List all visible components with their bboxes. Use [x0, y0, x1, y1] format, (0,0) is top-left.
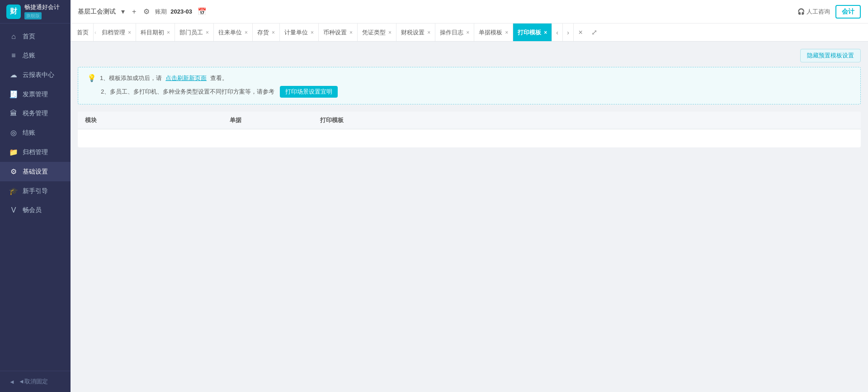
tab-archive[interactable]: 归档管理 × — [97, 24, 136, 42]
tab-currency[interactable]: 币种设置 × — [319, 24, 358, 42]
sidebar-item-label: 结账 — [23, 129, 35, 137]
tab-print-template-close[interactable]: × — [544, 30, 547, 35]
tax-icon: 🏛 — [9, 109, 18, 118]
period-label: 账期 — [155, 8, 167, 16]
tab-subject-init-close[interactable]: × — [167, 30, 170, 35]
tab-dept-staff-label: 部门员工 — [179, 28, 203, 37]
calendar-icon[interactable]: 📅 — [196, 6, 208, 17]
sidebar-item-label: 云报表中心 — [23, 71, 54, 79]
tab-voucher-type-close[interactable]: × — [388, 30, 392, 35]
ledger-icon: ≡ — [9, 52, 18, 60]
sidebar-item-invoice[interactable]: 🧾 发票管理 — [0, 85, 71, 104]
company-settings-icon[interactable]: ⚙ — [142, 6, 151, 17]
sidebar-item-ledger[interactable]: ≡ 总账 — [0, 46, 71, 65]
tab-separator: ‹ — [94, 29, 97, 36]
tab-voucher-type[interactable]: 凭证类型 × — [358, 24, 396, 42]
company-dropdown-icon[interactable]: ▾ — [119, 6, 127, 17]
tab-currency-label: 币种设置 — [323, 28, 347, 37]
tab-subject-init[interactable]: 科目期初 × — [136, 24, 175, 42]
tab-archive-label: 归档管理 — [102, 28, 125, 37]
logo-badge: 旗舰版 — [24, 12, 42, 19]
tab-operation-log[interactable]: 操作日志 × — [435, 24, 474, 42]
sidebar-item-home[interactable]: ⌂ 首页 — [0, 27, 71, 46]
notice-line1-suffix: 查看。 — [210, 74, 228, 82]
col-module-header: 模块 — [78, 112, 222, 129]
tab-inventory-label: 存货 — [257, 28, 269, 37]
tab-expand-button[interactable]: ⤢ — [587, 24, 601, 42]
logo-text-block: 畅捷通好会计 旗舰版 — [24, 4, 60, 20]
col-print-header: 打印模板 — [313, 112, 861, 129]
notice-row-1: 💡 1、模板添加成功后，请 点击刷新新页面 查看。 — [87, 74, 851, 82]
hide-template-toolbar: 隐藏预置模板设置 — [78, 49, 861, 62]
tab-document-template-label: 单据模板 — [479, 28, 502, 37]
vip-icon: V — [9, 206, 18, 214]
pin-label: ◄取消固定 — [19, 378, 48, 386]
closing-icon: ◎ — [9, 128, 18, 137]
invoice-icon: 🧾 — [9, 90, 18, 99]
sidebar-pin-toggle[interactable]: ◄ ◄取消固定 — [0, 371, 71, 392]
col-voucher-header: 单据 — [222, 112, 313, 129]
tab-inventory-close[interactable]: × — [272, 30, 275, 35]
period-value: 2023-03 — [170, 8, 192, 15]
tab-print-template[interactable]: 打印模板 × — [513, 24, 552, 42]
tab-document-template[interactable]: 单据模板 × — [474, 24, 513, 42]
print-scene-button[interactable]: 打印场景设置宜明 — [280, 86, 338, 98]
tab-operation-log-close[interactable]: × — [466, 30, 469, 35]
tab-home[interactable]: 首页 — [72, 24, 94, 42]
tab-tax-settings-label: 财税设置 — [401, 28, 425, 37]
home-icon: ⌂ — [9, 33, 18, 41]
notice-refresh-link[interactable]: 点击刷新新页面 — [165, 74, 207, 82]
tab-unit-close[interactable]: × — [311, 30, 314, 35]
tab-voucher-type-label: 凭证类型 — [362, 28, 386, 37]
sidebar: 财 畅捷通好会计 旗舰版 ⌂ 首页 ≡ 总账 ☁ 云报表中心 🧾 发票管理 🏛 … — [0, 0, 71, 392]
bulb-icon: 💡 — [87, 74, 96, 82]
sidebar-item-basic-settings[interactable]: ⚙ 基础设置 — [0, 162, 71, 181]
tab-document-template-close[interactable]: × — [505, 30, 508, 35]
add-company-button[interactable]: + — [130, 7, 138, 17]
pin-icon: ◄ — [9, 378, 15, 385]
sidebar-item-closing[interactable]: ◎ 结账 — [0, 123, 71, 142]
tab-next-button[interactable]: › — [563, 24, 574, 42]
sidebar-item-label: 畅会员 — [23, 206, 42, 214]
notice-line2: 2、多员工、多打印机、多种业务类型设置不同打印方案等，请参考 — [101, 88, 274, 96]
sidebar-item-guide[interactable]: 🎓 新手引导 — [0, 181, 71, 201]
tab-customer[interactable]: 往来单位 × — [214, 24, 253, 42]
logo-name: 畅捷通好会计 — [24, 4, 60, 11]
sidebar-item-cloud-report[interactable]: ☁ 云报表中心 — [0, 65, 71, 85]
sidebar-item-archive[interactable]: 📁 归档管理 — [0, 142, 71, 162]
sidebar-item-tax[interactable]: 🏛 税务管理 — [0, 104, 71, 123]
topbar-left: 基层工会测试 ▾ + ⚙ 账期 2023-03 📅 — [78, 6, 208, 17]
tab-dept-staff-close[interactable]: × — [206, 30, 209, 35]
topbar: 基层工会测试 ▾ + ⚙ 账期 2023-03 📅 🎧 人工咨询 会计 — [71, 0, 868, 24]
tab-print-template-label: 打印模板 — [518, 28, 541, 37]
archive-icon: 📁 — [9, 148, 18, 156]
human-service-label: 人工咨询 — [807, 8, 830, 16]
sidebar-item-label: 税务管理 — [23, 109, 48, 118]
table-header: 模块 单据 打印模板 — [78, 112, 861, 129]
kuaiji-button[interactable]: 会计 — [835, 5, 861, 19]
tab-home-label: 首页 — [77, 28, 89, 37]
sidebar-item-vip[interactable]: V 畅会员 — [0, 201, 71, 220]
logo-icon: 财 — [6, 5, 21, 19]
print-template-table: 模块 单据 打印模板 — [78, 112, 861, 147]
company-name: 基层工会测试 — [78, 8, 116, 16]
tab-close-all-button[interactable]: × — [574, 24, 587, 42]
sidebar-item-label: 发票管理 — [23, 90, 48, 99]
tab-operation-log-label: 操作日志 — [440, 28, 463, 37]
tab-customer-close[interactable]: × — [245, 30, 248, 35]
sidebar-item-label: 新手引导 — [23, 187, 48, 195]
tab-currency-close[interactable]: × — [349, 30, 353, 35]
tab-dept-staff[interactable]: 部门员工 × — [175, 24, 214, 42]
sidebar-item-label: 归档管理 — [23, 148, 48, 156]
human-service-button[interactable]: 🎧 人工咨询 — [797, 8, 830, 16]
tab-unit-label: 计量单位 — [284, 28, 308, 37]
tab-tax-settings[interactable]: 财税设置 × — [396, 24, 435, 42]
tab-unit[interactable]: 计量单位 × — [280, 24, 319, 42]
table-empty-body — [78, 129, 861, 147]
tab-prev-button[interactable]: ‹ — [552, 24, 563, 42]
tab-tax-settings-close[interactable]: × — [427, 30, 430, 35]
hide-template-button[interactable]: 隐藏预置模板设置 — [800, 49, 861, 62]
tabbar: 首页 ‹ 归档管理 × 科目期初 × 部门员工 × 往来单位 × 存货 × 计量… — [71, 24, 868, 42]
tab-archive-close[interactable]: × — [128, 30, 131, 35]
tab-inventory[interactable]: 存货 × — [253, 24, 280, 42]
